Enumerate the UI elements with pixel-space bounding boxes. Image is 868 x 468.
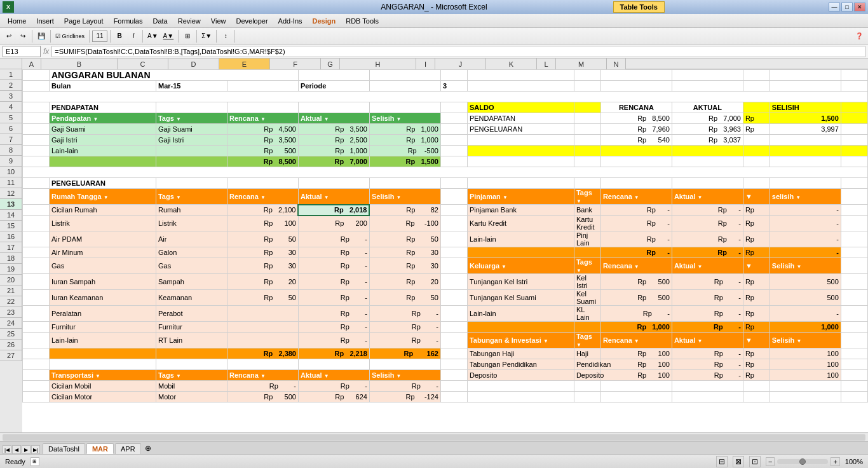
- tabungan-col-header[interactable]: Tabungan & Investasi ▼: [467, 333, 574, 348]
- formula-input[interactable]: [51, 46, 865, 57]
- cell-e13[interactable]: Rp 2,018: [298, 205, 369, 216]
- row-16: Air Minum Galon Rp 30 Rp - Rp 30 Rp - Rp…: [23, 247, 868, 258]
- row-header[interactable]: 3: [0, 91, 22, 102]
- keluarga-col-header[interactable]: Keluarga ▼: [467, 258, 574, 274]
- save-button[interactable]: 💾: [35, 30, 48, 43]
- menu-insert[interactable]: Insert: [31, 16, 59, 26]
- rumah-tangga-col-header[interactable]: Rumah Tangga ▼: [49, 189, 156, 205]
- rumah-selisih-col-header[interactable]: Selisih ▼: [369, 189, 440, 205]
- gridlines-checkbox[interactable]: ☑ Gridlines: [53, 30, 86, 43]
- pinj-selisih-col-header-l[interactable]: ▼: [743, 189, 770, 205]
- row-header[interactable]: 17: [0, 242, 22, 253]
- row-header[interactable]: 9: [0, 156, 22, 167]
- row-header[interactable]: 22: [0, 296, 22, 307]
- restore-button[interactable]: □: [841, 3, 853, 11]
- row-header[interactable]: 13: [0, 199, 22, 210]
- redo-button[interactable]: ↪: [17, 30, 29, 43]
- row-header[interactable]: 7: [0, 134, 22, 145]
- menu-add-ins[interactable]: Add-Ins: [273, 16, 308, 26]
- col-header-H[interactable]: H: [340, 59, 416, 69]
- row-header[interactable]: 10: [0, 167, 22, 177]
- row-header[interactable]: 5: [0, 113, 22, 123]
- menu-data[interactable]: Data: [147, 16, 172, 26]
- row-header[interactable]: 11: [0, 177, 22, 188]
- row-header[interactable]: 15: [0, 221, 22, 231]
- row-header[interactable]: 25: [0, 329, 22, 340]
- row-header[interactable]: 4: [0, 102, 22, 113]
- aktual-col-header[interactable]: Aktual ▼: [298, 113, 369, 124]
- col-header-G[interactable]: G: [321, 59, 340, 69]
- col-header-D[interactable]: D: [168, 59, 219, 69]
- col-header-I[interactable]: I: [416, 59, 435, 69]
- toolbar: ↩ ↪ 💾 ☑ Gridlines 11 B I A▼ A▼ ⊞ Σ▼ ↕ ❓: [0, 28, 868, 45]
- pinj-rencana-col-header[interactable]: Rencana ▼: [600, 189, 672, 205]
- italic-button[interactable]: I: [127, 30, 140, 43]
- close-button[interactable]: ✕: [854, 3, 865, 11]
- row-3: [23, 92, 868, 102]
- row-header[interactable]: 8: [0, 145, 22, 156]
- cicilan-rumah-cell[interactable]: Cicilan Rumah: [49, 205, 156, 216]
- col-header-E[interactable]: E: [219, 59, 270, 69]
- tags-col-header[interactable]: Tags ▼: [156, 113, 227, 124]
- row-header[interactable]: 26: [0, 340, 22, 350]
- row-header[interactable]: 21: [0, 286, 22, 296]
- menu-developer[interactable]: Developer: [231, 16, 273, 26]
- menu-home[interactable]: Home: [3, 16, 31, 26]
- rencana-col-header[interactable]: Rencana ▼: [227, 113, 298, 124]
- row-header[interactable]: 23: [0, 307, 22, 318]
- horizontal-scrollbar[interactable]: [0, 432, 868, 441]
- fill-color-button[interactable]: A▼: [146, 30, 160, 43]
- sum-button[interactable]: Σ▼: [200, 30, 214, 43]
- row-header[interactable]: 16: [0, 231, 22, 242]
- col-header-M[interactable]: M: [556, 59, 607, 69]
- pendapatan-col-header[interactable]: Pendapatan ▼: [49, 113, 156, 124]
- font-color-button[interactable]: A▼: [161, 30, 176, 43]
- row-header[interactable]: 2: [0, 80, 22, 91]
- col-header-J[interactable]: J: [435, 59, 486, 69]
- selisih-col-header[interactable]: Selisih ▼: [369, 113, 440, 124]
- transportasi-col-header[interactable]: Transportasi ▼: [49, 370, 156, 381]
- col-header-C[interactable]: C: [118, 59, 168, 69]
- font-size-input[interactable]: 11: [92, 31, 107, 42]
- col-header-L[interactable]: L: [537, 59, 556, 69]
- sort-button[interactable]: ↕: [219, 30, 232, 43]
- row-header[interactable]: 1: [0, 69, 22, 80]
- menu-view[interactable]: View: [206, 16, 231, 26]
- col-header-K[interactable]: K: [486, 59, 537, 69]
- rumah-rencana-col-header[interactable]: Rencana ▼: [227, 189, 298, 205]
- pinjaman-col-header[interactable]: Pinjaman ▼: [467, 189, 574, 205]
- row-header[interactable]: 12: [0, 188, 22, 199]
- pinj-tags-col-header[interactable]: Tags ▼: [574, 189, 600, 205]
- undo-button[interactable]: ↩: [3, 30, 15, 43]
- row-header[interactable]: 14: [0, 210, 22, 221]
- minimize-button[interactable]: —: [829, 3, 840, 11]
- gaji-suami-cell[interactable]: Gaji Suami: [49, 124, 156, 135]
- menu-rdb-tools[interactable]: RDB Tools: [341, 16, 384, 26]
- row-22: Lain-lain RT Lain Rp - Rp - Tabungan & I…: [23, 333, 868, 348]
- menu-review[interactable]: Review: [173, 16, 206, 26]
- col-header-A[interactable]: A: [22, 59, 41, 69]
- row-header[interactable]: 24: [0, 318, 22, 329]
- lain-lain-pendapatan-cell[interactable]: Lain-lain: [49, 146, 156, 156]
- col-header-B[interactable]: B: [41, 59, 118, 69]
- bold-button[interactable]: B: [113, 30, 126, 43]
- menu-design[interactable]: Design: [308, 16, 341, 26]
- row-header[interactable]: 18: [0, 253, 22, 264]
- row-19: Iuran Keamanan Keamanan Rp 50 Rp - Rp 50…: [23, 290, 868, 306]
- menu-formulas[interactable]: Formulas: [109, 16, 148, 26]
- borders-button[interactable]: ⊞: [181, 30, 194, 43]
- row-header[interactable]: 19: [0, 264, 22, 275]
- col-header-F[interactable]: F: [270, 59, 321, 69]
- col-header-N[interactable]: N: [607, 59, 626, 69]
- gaji-istri-cell[interactable]: Gaji Istri: [49, 135, 156, 146]
- name-box[interactable]: E13: [3, 46, 41, 57]
- row-header[interactable]: 20: [0, 275, 22, 286]
- pinj-selisih-col-header[interactable]: selisih ▼: [770, 189, 841, 205]
- row-header[interactable]: 27: [0, 350, 22, 361]
- menu-page-layout[interactable]: Page Layout: [59, 16, 109, 26]
- pinj-aktual-col-header[interactable]: Aktual ▼: [672, 189, 743, 205]
- row-header[interactable]: 6: [0, 123, 22, 134]
- rumah-aktual-col-header[interactable]: Aktual ▼: [298, 189, 369, 205]
- help-button[interactable]: ❓: [853, 30, 865, 43]
- rumah-tags-col-header[interactable]: Tags ▼: [156, 189, 227, 205]
